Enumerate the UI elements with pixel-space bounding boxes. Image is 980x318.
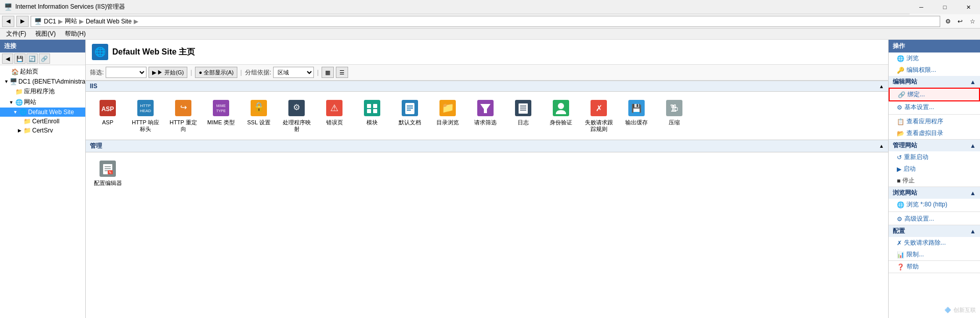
forward-button[interactable]: ▶ — [16, 16, 29, 27]
tree-item-defaultweb[interactable]: ▼ 🌐 Default Web Site — [0, 108, 85, 117]
toolbar-save[interactable]: 💾 — [14, 54, 26, 64]
filter-start-btn[interactable]: ▶ ▶ 开始(G) — [149, 67, 187, 78]
edit-site-section: 编辑网站 ▲ 🔗 绑定... ⚙ 基本设置... 📋 查看应用程序 📂 查看虚拟… — [889, 76, 980, 140]
action-sep2 — [889, 211, 980, 212]
minimize-button[interactable]: ─ — [910, 0, 933, 14]
menu-file[interactable]: 文件(F) — [2, 29, 30, 39]
toolbar-refresh[interactable]: 🔄 — [27, 54, 38, 64]
tree-item-certsrv[interactable]: ▶ 📁 CertSrv — [0, 126, 85, 135]
action-start[interactable]: ▶ 启动 — [889, 163, 980, 175]
action-limits[interactable]: 📊 限制... — [889, 249, 980, 260]
browse80-icon: 🌐 — [897, 201, 904, 208]
addr-icon: 🖥️ — [34, 18, 42, 25]
action-restart[interactable]: ↺ 重新启动 — [889, 151, 980, 163]
view-btn2[interactable]: ☰ — [336, 67, 348, 78]
addr-btn2[interactable]: ↩ — [954, 16, 966, 27]
view-btn[interactable]: ▦ — [322, 67, 334, 78]
icon-error-box: ⚠ — [325, 99, 344, 117]
menu-help[interactable]: 帮助(H) — [61, 29, 90, 39]
icon-error[interactable]: ⚠ 错误页 — [316, 96, 352, 129]
basic-icon: ⚙ — [897, 104, 902, 111]
tree-item-home[interactable]: 🏠 起始页 — [0, 66, 85, 77]
action-view-vdirs[interactable]: 📂 查看虚拟目录 — [889, 127, 980, 139]
icon-auth[interactable]: 身份验证 — [543, 96, 579, 129]
tree-item-apppool[interactable]: 📁 应用程序池 — [0, 86, 85, 97]
manage-site-chevron: ▲ — [970, 142, 976, 149]
tree-item-sites[interactable]: ▼ 🌐 网站 — [0, 97, 85, 108]
addr-btn1[interactable]: ⚙ — [942, 16, 953, 27]
svg-text:TYPE: TYPE — [216, 109, 226, 113]
compress-label: 压缩 — [669, 119, 680, 126]
icon-mime-box: MIMETYPE — [212, 99, 230, 117]
filter-showall-btn[interactable]: ● 全部显示(A) — [195, 67, 237, 78]
icon-request-filter[interactable]: 请求筛选 — [468, 96, 503, 129]
request-filter-label: 请求筛选 — [474, 119, 497, 126]
maximize-button[interactable]: □ — [933, 0, 957, 14]
edit-site-title[interactable]: 编辑网站 ▲ — [889, 76, 980, 88]
icon-dir-browse[interactable]: 📁 目录浏览 — [430, 96, 465, 129]
action-browse[interactable]: 🌐 浏览 — [889, 52, 980, 64]
icon-ssl[interactable]: 🔒 SSL 设置 — [241, 96, 277, 129]
icon-failed-req[interactable]: ✗ 失败请求跟踪规则 — [581, 96, 617, 136]
action-help[interactable]: ❓ 帮助 — [889, 261, 980, 273]
icon-handler[interactable]: ⚙ 处理程序映射 — [279, 96, 314, 136]
icon-http-header[interactable]: HTTPHEAD HTTP 响应标头 — [128, 96, 163, 136]
mgmt-section-header[interactable]: 管理 ▲ — [86, 140, 888, 152]
restart-icon: ↺ — [897, 154, 902, 161]
config-editor-label: 配置编辑器 — [94, 180, 122, 187]
browse-site-title[interactable]: 浏览网站 ▲ — [889, 187, 980, 199]
action-binding[interactable]: 🔗 绑定... — [889, 88, 980, 101]
browse-site-chevron: ▲ — [970, 190, 976, 197]
mgmt-chevron: ▲ — [879, 143, 884, 149]
icon-mime[interactable]: MIMETYPE MIME 类型 — [203, 96, 239, 129]
icon-dir-browse-box: 📁 — [438, 99, 457, 117]
icon-log[interactable]: 日志 — [505, 96, 541, 129]
titlebar-text: Internet Information Services (IIS)管理器 — [15, 3, 976, 11]
action-stop[interactable]: ■ 停止 — [889, 175, 980, 187]
mgmt-icons-grid: ✎ 配置编辑器 — [86, 152, 888, 194]
left-toolbar: ◀ 💾 🔄 🔗 — [0, 52, 85, 65]
home-icon: 🏠 — [11, 68, 19, 75]
action-advanced-settings[interactable]: ⚙ 高级设置... — [889, 213, 980, 225]
connections-header: 连接 — [0, 40, 85, 52]
icon-config-editor[interactable]: ✎ 配置编辑器 — [90, 156, 126, 190]
tree-item-dc1[interactable]: ▼ 🖥️ DC1 (BENET\Administrator — [0, 77, 85, 86]
iis-section-header[interactable]: IIS ▲ — [86, 81, 888, 92]
toolbar-connect[interactable]: 🔗 — [39, 54, 50, 64]
window-controls: ─ □ ✕ — [910, 0, 980, 14]
browse-site-section: 浏览网站 ▲ 🌐 浏览 *:80 (http) ⚙ 高级设置... — [889, 187, 980, 225]
action-browse80[interactable]: 🌐 浏览 *:80 (http) — [889, 199, 980, 210]
tree-home-label: 起始页 — [20, 67, 38, 76]
watermark: 🔷 创新互联 — [944, 306, 976, 314]
config-title[interactable]: 配置 ▲ — [889, 225, 980, 237]
svg-text:🔒: 🔒 — [253, 101, 265, 113]
http-header-label: HTTP 响应标头 — [130, 119, 161, 132]
action-basic-settings[interactable]: ⚙ 基本设置... — [889, 101, 980, 113]
filter-select[interactable] — [106, 67, 146, 78]
close-button[interactable]: ✕ — [957, 0, 980, 14]
icon-output-cache[interactable]: 💾 输出缓存 — [619, 96, 654, 129]
address-path[interactable]: 🖥️ DC1 ▶ 网站 ▶ Default Web Site ▶ — [31, 16, 940, 27]
manage-site-title[interactable]: 管理网站 ▲ — [889, 140, 980, 151]
ssl-label: SSL 设置 — [247, 119, 270, 126]
icon-redirect[interactable]: ↪ HTTP 重定向 — [165, 96, 201, 136]
toolbar-back[interactable]: ◀ — [2, 54, 13, 64]
menu-view[interactable]: 视图(V) — [31, 29, 60, 39]
action-edit-permissions[interactable]: 🔑 编辑权限... — [889, 64, 980, 76]
start-icon: ▶ — [152, 69, 156, 76]
page-header: 🌐 Default Web Site 主页 — [86, 40, 888, 65]
page-title: Default Web Site 主页 — [112, 47, 195, 58]
action-view-apps[interactable]: 📋 查看应用程序 — [889, 116, 980, 127]
icon-default-doc[interactable]: 默认文档 — [392, 96, 428, 129]
view-vdirs-icon: 📂 — [897, 130, 904, 137]
tree-item-certenroll[interactable]: 📁 CertEnroll — [0, 117, 85, 126]
actions-header: 操作 — [889, 40, 980, 52]
icon-compress[interactable]: 🗜 压缩 — [656, 96, 692, 129]
icon-failed-req-box: ✗ — [590, 99, 608, 117]
groupby-select[interactable]: 区域 — [273, 67, 314, 78]
icon-asp[interactable]: ASP ASP — [90, 96, 126, 129]
icon-module[interactable]: 模块 — [354, 96, 390, 129]
action-failed-req[interactable]: ✗ 失败请求路除... — [889, 237, 980, 249]
addr-btn3[interactable]: ☆ — [967, 16, 978, 27]
back-button[interactable]: ◀ — [2, 16, 14, 27]
